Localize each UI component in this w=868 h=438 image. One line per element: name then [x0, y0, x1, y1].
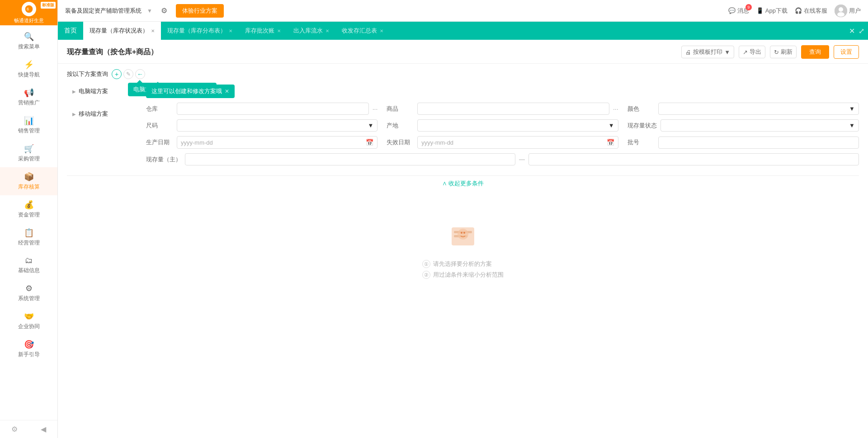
print-label: 按模板打印	[693, 48, 722, 56]
folder-icon: 🗂	[25, 256, 33, 265]
print-icon: 🖨	[685, 49, 691, 56]
edit-tooltip-close[interactable]: ✕	[225, 88, 229, 94]
color-select[interactable]: ▼	[658, 103, 859, 115]
tab-inout-flow-close[interactable]: ✕	[326, 28, 329, 33]
sidebar-item-enterprise[interactable]: 🤝 企业协同	[0, 307, 57, 335]
size-label: 尺码	[146, 122, 173, 130]
sidebar-item-marketing[interactable]: 📢 营销推广	[0, 83, 57, 111]
goods-input[interactable]	[417, 103, 609, 115]
sidebar-item-newbie[interactable]: 🎯 新手引导	[0, 335, 57, 363]
tab-batch-account[interactable]: 库存批次账 ✕	[239, 22, 287, 40]
warehouse-input[interactable]	[177, 103, 369, 115]
filter-goods: 商品 ···	[387, 103, 618, 115]
expire-date-label: 失效日期	[387, 138, 414, 146]
header-left: 装备及固定资产辅助管理系统 ▼ ⚙ 体验行业方案	[65, 4, 224, 18]
search-button[interactable]: 查询	[801, 45, 829, 59]
maximize-button[interactable]: ⤢	[859, 27, 864, 35]
prod-date-placeholder: yyyy-mm-dd	[181, 139, 213, 146]
tip-num-2: ②	[422, 271, 430, 279]
page-content: 现存量查询（按仓库+商品） 🖨 按模板打印 ▼ ↗ 导出 ↻ 刷新	[58, 40, 868, 438]
trial-button[interactable]: 体验行业方案	[176, 4, 224, 18]
main-area: 装备及固定资产辅助管理系统 ▼ ⚙ 体验行业方案 💬 消息 9 📱 App下载 …	[58, 0, 868, 438]
settings-button[interactable]: 设置	[834, 45, 859, 59]
tab-inventory-distribution[interactable]: 现存量（库存分布表） ✕	[161, 22, 239, 40]
sidebar-item-guide[interactable]: ⚡ 快捷导航	[0, 55, 57, 83]
scheme-mobile-item[interactable]: ▶ 移动端方案	[67, 107, 137, 121]
user-label: 用户	[849, 7, 861, 15]
header-settings-button[interactable]: ⚙	[158, 5, 170, 17]
refresh-icon: ↻	[774, 49, 779, 56]
warehouse-label: 仓库	[146, 105, 173, 113]
size-select[interactable]: ▼	[177, 119, 377, 132]
page-inner: 现存量查询（按仓库+商品） 🖨 按模板打印 ▼ ↗ 导出 ↻ 刷新	[58, 40, 868, 438]
empty-tip-1: ① 请先选择要分析的方案	[422, 260, 504, 268]
tab-batch-account-close[interactable]: ✕	[277, 28, 281, 33]
message-button[interactable]: 💬 消息 9	[728, 7, 749, 15]
system-name-arrow[interactable]: ▼	[147, 8, 152, 14]
sidebar-item-inventory[interactable]: 📦 库存核算	[0, 167, 57, 195]
add-scheme-button[interactable]: +	[112, 69, 122, 79]
scheme-desktop-label: 电脑端方案	[79, 87, 108, 95]
sidebar-item-basic[interactable]: 🗂 基础信息	[0, 251, 57, 279]
user-info[interactable]: 用户	[835, 5, 861, 17]
tab-inout-flow[interactable]: 出入库流水 ✕	[287, 22, 335, 40]
footer-collapse-icon[interactable]: ◀	[41, 425, 46, 433]
tab-inventory-distribution-close[interactable]: ✕	[229, 28, 232, 33]
edit-scheme-button[interactable]: ✎	[123, 69, 133, 79]
stock-main-from[interactable]	[185, 153, 515, 165]
stock-status-select[interactable]: ▼	[660, 119, 859, 132]
sidebar-item-label: 销售管理	[18, 127, 40, 135]
refresh-button[interactable]: ↻ 刷新	[770, 46, 797, 58]
tab-inventory-status-close[interactable]: ✕	[151, 28, 155, 33]
refresh-label: 刷新	[781, 48, 793, 56]
svg-point-3	[839, 7, 843, 12]
batch-input[interactable]	[658, 137, 859, 149]
stock-main-to[interactable]	[528, 153, 859, 165]
warehouse-dots[interactable]: ···	[373, 105, 378, 113]
header-right: 💬 消息 9 📱 App下载 🎧 在线客服 用户	[728, 5, 861, 17]
scheme-desktop-item[interactable]: ▶ 电脑端方案	[67, 85, 137, 98]
page-header-actions: 🖨 按模板打印 ▼ ↗ 导出 ↻ 刷新 查询 设置	[681, 45, 859, 59]
tab-recv-summary[interactable]: 收发存汇总表 ✕	[335, 22, 390, 40]
stock-status-dropdown-icon: ▼	[849, 122, 855, 129]
svg-text:6: 6	[27, 7, 29, 11]
sidebar-item-operation[interactable]: 📋 经营管理	[0, 223, 57, 251]
tip-num-1: ①	[422, 260, 430, 268]
export-button[interactable]: ↗ 导出	[739, 46, 765, 58]
svg-point-9	[461, 232, 462, 234]
scheme-list-panel: ▶ 电脑端方案 ▶ 移动端方案	[67, 85, 137, 170]
app-download-button[interactable]: 📱 App下载	[756, 7, 788, 15]
sidebar-item-search[interactable]: 🔍 搜索菜单	[0, 27, 57, 55]
expire-date-cal-icon: 📅	[607, 139, 614, 146]
sidebar-item-finance[interactable]: 💰 资金管理	[0, 195, 57, 223]
tab-recv-summary-close[interactable]: ✕	[380, 28, 383, 33]
sidebar-item-purchase[interactable]: 🛒 采购管理	[0, 139, 57, 167]
svg-point-8	[458, 229, 468, 240]
sidebar-item-label: 企业协同	[18, 323, 40, 330]
edit-tooltip: 这里可以创建和修改方案哦 ✕	[146, 85, 235, 98]
megaphone-icon: 📢	[24, 88, 34, 98]
tab-home[interactable]: 首页	[58, 22, 83, 40]
sidebar-item-label: 资金管理	[18, 211, 40, 219]
goods-dots[interactable]: ···	[613, 105, 618, 113]
page-header: 现存量查询（按仓库+商品） 🖨 按模板打印 ▼ ↗ 导出 ↻ 刷新	[58, 40, 868, 64]
collapse-bar[interactable]: ∧ 收起更多条件	[67, 175, 859, 191]
prod-date-input[interactable]: yyyy-mm-dd 📅	[177, 136, 377, 149]
sidebar-item-system[interactable]: ⚙ 系统管理	[0, 279, 57, 307]
online-service-button[interactable]: 🎧 在线客服	[795, 7, 827, 15]
service-label: 在线客服	[804, 7, 827, 15]
footer-settings-icon[interactable]: ⚙	[11, 425, 18, 433]
back-button[interactable]: ←	[135, 69, 145, 79]
print-button[interactable]: 🖨 按模板打印 ▼	[681, 46, 734, 58]
export-label: 导出	[750, 48, 761, 56]
sidebar-item-label: 经营管理	[18, 239, 40, 247]
sidebar-item-sales[interactable]: 📊 销售管理	[0, 111, 57, 139]
filter-stock-status: 现存量状态 ▼	[627, 119, 859, 132]
prod-date-cal-icon: 📅	[366, 139, 373, 146]
expire-date-input[interactable]: yyyy-mm-dd 📅	[417, 136, 618, 149]
tab-inventory-status[interactable]: 现存量（库存状况表） ✕	[83, 22, 161, 40]
origin-select[interactable]: ▼	[417, 119, 618, 132]
sidebar-tag: 标准版	[41, 2, 56, 9]
close-all-tabs-button[interactable]: ✕	[849, 27, 855, 35]
filter-fields-area: 这里可以创建和修改方案哦 ✕ 仓库 ···	[146, 85, 859, 170]
